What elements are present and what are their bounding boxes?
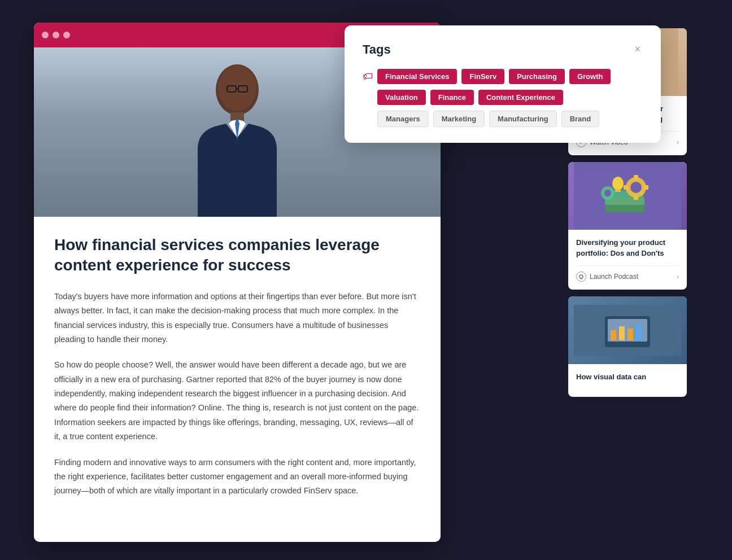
svg-point-24 bbox=[580, 275, 583, 278]
tag-marketing[interactable]: Marketing bbox=[433, 111, 485, 127]
tag-brand[interactable]: Brand bbox=[561, 111, 600, 127]
svg-rect-29 bbox=[611, 330, 616, 340]
svg-rect-11 bbox=[605, 204, 644, 212]
card-body-3: How visual data can bbox=[568, 364, 687, 397]
article-title: How financial services companies leverag… bbox=[54, 235, 420, 276]
svg-point-22 bbox=[612, 177, 624, 190]
svg-rect-16 bbox=[634, 175, 638, 180]
article-paragraph-1: Today's buyers have more information and… bbox=[54, 290, 420, 347]
tag-purchasing[interactable]: Purchasing bbox=[509, 69, 565, 84]
browser-dots bbox=[42, 32, 70, 38]
svg-rect-23 bbox=[615, 189, 621, 192]
person-figure bbox=[164, 59, 311, 217]
card-title-3: How visual data can bbox=[576, 372, 679, 382]
card-image-2 bbox=[568, 162, 687, 230]
sidebar-card-3: How visual data can bbox=[568, 296, 687, 397]
card-action-2[interactable]: Launch Podcast › bbox=[576, 265, 679, 282]
article-body: How financial services companies leverag… bbox=[34, 217, 441, 528]
article-paragraph-2: So how do people choose? Well, the answe… bbox=[54, 358, 420, 444]
tags-modal: Tags × 🏷 Financial Services FinServ Purc… bbox=[345, 25, 661, 143]
svg-rect-30 bbox=[619, 326, 625, 340]
chevron-icon-1: › bbox=[677, 138, 679, 146]
tag-growth[interactable]: Growth bbox=[569, 69, 611, 84]
svg-rect-17 bbox=[634, 195, 638, 200]
tag-valuation[interactable]: Valuation bbox=[377, 90, 426, 105]
card-title-2: Diversifying your product portfolio: Dos… bbox=[576, 238, 679, 258]
tags-row-3: Managers Marketing Manufacturing Brand bbox=[363, 111, 643, 127]
card-action-label-2: Launch Podcast bbox=[590, 273, 638, 281]
tag-icon: 🏷 bbox=[363, 71, 373, 82]
tags-modal-title: Tags bbox=[363, 42, 391, 57]
tags-row-2: Valuation Finance Content Experience bbox=[363, 90, 643, 105]
chevron-icon-2: › bbox=[677, 273, 679, 281]
svg-rect-18 bbox=[644, 185, 648, 190]
svg-rect-31 bbox=[628, 329, 633, 340]
svg-rect-32 bbox=[636, 325, 642, 340]
svg-point-15 bbox=[630, 182, 642, 193]
tag-manufacturing[interactable]: Manufacturing bbox=[489, 111, 557, 127]
tags-modal-header: Tags × bbox=[363, 41, 643, 58]
dot-yellow[interactable] bbox=[53, 32, 59, 38]
svg-point-21 bbox=[604, 190, 611, 196]
tag-financial-services[interactable]: Financial Services bbox=[377, 69, 457, 84]
tag-content-experience[interactable]: Content Experience bbox=[478, 90, 563, 105]
dot-green[interactable] bbox=[63, 32, 70, 38]
tag-managers[interactable]: Managers bbox=[377, 111, 429, 127]
tags-close-button[interactable]: × bbox=[632, 41, 643, 58]
tags-row-1: 🏷 Financial Services FinServ Purchasing … bbox=[363, 69, 643, 84]
svg-rect-19 bbox=[624, 185, 628, 190]
article-paragraph-3: Finding modern and innovative ways to ar… bbox=[54, 456, 420, 498]
card-image-3 bbox=[568, 296, 687, 364]
dot-red[interactable] bbox=[42, 32, 49, 38]
tags-content: 🏷 Financial Services FinServ Purchasing … bbox=[363, 69, 643, 127]
podcast-icon bbox=[576, 272, 586, 282]
tag-finance[interactable]: Finance bbox=[430, 90, 474, 105]
sidebar-card-2: Diversifying your product portfolio: Dos… bbox=[568, 162, 687, 289]
card-body-2: Diversifying your product portfolio: Dos… bbox=[568, 230, 687, 289]
tag-finserv[interactable]: FinServ bbox=[461, 69, 504, 84]
